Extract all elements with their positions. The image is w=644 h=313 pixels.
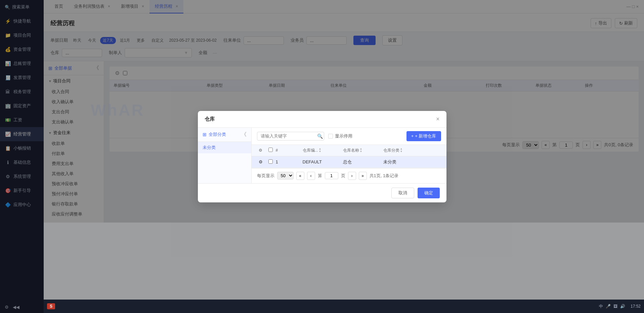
row-code: DEFAULT [303, 159, 343, 164]
modal-category-unclassified[interactable]: 未分类 [198, 142, 251, 153]
taskbar-apps: S [47, 303, 55, 309]
modal-search-icon: 🔍 [317, 133, 323, 139]
category-sort-icon[interactable]: ▲▼ [400, 148, 403, 153]
row-name: 总仓 [343, 159, 383, 165]
modal-search-input[interactable] [261, 133, 317, 139]
modal-first-page-button[interactable]: « [296, 172, 304, 180]
modal-total-records: 共1页, 1条记录 [370, 173, 399, 179]
modal-last-page-button[interactable]: » [359, 172, 367, 180]
col-number-header: # [276, 148, 303, 153]
taskbar-volume-icon: 🔊 [620, 304, 625, 309]
code-sort-icon[interactable]: ▲▼ [319, 148, 321, 153]
confirm-button[interactable]: 确定 [418, 188, 440, 198]
row-category: 未分类 [383, 159, 442, 165]
col-settings-header[interactable]: ⚙ [256, 148, 266, 153]
modal-page-size-select[interactable]: 50 [277, 172, 294, 180]
modal-prev-page-button[interactable]: ‹ [307, 172, 315, 180]
settings-col-icon: ⚙ [259, 148, 262, 153]
modal-left-header: ⊞ 全部分类 《 [198, 128, 251, 142]
modal-table-row[interactable]: ⚙ 1 DEFAULT 总仓 未分类 [252, 156, 446, 168]
plus-icon: + [411, 133, 414, 139]
col-name-header: 仓库名称 ▲▼ [343, 148, 383, 153]
modal-toolbar: 🔍 显示停用 + + 新增仓库 [252, 128, 446, 145]
modal-right-panel: 🔍 显示停用 + + 新增仓库 [252, 128, 446, 183]
modal-title: 仓库 [205, 116, 215, 122]
taskbar-s-icon: S [47, 303, 55, 309]
modal-page-input[interactable] [325, 172, 338, 179]
modal-left-panel: ⊞ 全部分类 《 未分类 [198, 128, 252, 183]
show-disabled-label: 显示停用 [335, 133, 352, 139]
modal-action-buttons: 取消 确定 [198, 183, 446, 202]
modal-left-toggle-button[interactable]: 《 [241, 131, 247, 138]
modal-header: 仓库 × [198, 111, 446, 128]
modal-next-page-button[interactable]: › [348, 172, 356, 180]
add-warehouse-button[interactable]: + + 新增仓库 [406, 131, 441, 141]
row-settings-icon: ⚙ [259, 159, 263, 164]
col-category-header: 仓库分类 ▲▼ [383, 148, 442, 153]
pagination-info: 每页显示 50 « ‹ 算 页 › » [257, 172, 399, 180]
taskbar-display-icon: 🖼 [613, 304, 617, 309]
show-disabled-group[interactable]: 显示停用 [328, 133, 352, 139]
modal-search-box: 🔍 [257, 132, 324, 141]
row-number: 1 [276, 159, 303, 164]
taskbar-right: 中 🎤 🖼 🔊 17:52 [599, 304, 641, 309]
row-settings[interactable]: ⚙ [256, 159, 266, 164]
all-category-label[interactable]: 全部分类 [209, 131, 226, 138]
modal-table-header: ⚙ # 仓库编... ▲▼ [252, 145, 446, 156]
page-size-label: 每页显示 [257, 173, 274, 179]
row-checkbox[interactable] [268, 159, 273, 164]
grid-icon: ⊞ [203, 132, 207, 137]
show-disabled-checkbox[interactable] [328, 134, 333, 139]
page-suffix: 页 [341, 173, 345, 179]
col-check-header[interactable] [266, 148, 276, 153]
col-code-header: 仓库编... ▲▼ [303, 148, 343, 153]
taskbar-lang-icon: 中 [599, 304, 603, 309]
main-wrapper: 首页 业务利润预估表 × 新增项目 × 经营历程 × — □ × [44, 0, 644, 313]
name-sort-icon[interactable]: ▲▼ [360, 148, 362, 153]
modal-body: ⊞ 全部分类 《 未分类 [198, 128, 446, 183]
modal-table: ⚙ # 仓库编... ▲▼ [252, 145, 446, 168]
cancel-button[interactable]: 取消 [391, 188, 414, 198]
taskbar-mic-icon: 🎤 [606, 304, 611, 309]
modal-overlay: 仓库 × ⊞ 全部分类 《 未分类 [44, 0, 644, 313]
page-label: 算 [318, 173, 322, 179]
taskbar-time: 17:52 [631, 304, 641, 309]
modal-pagination: 每页显示 50 « ‹ 算 页 › » [252, 168, 446, 183]
warehouse-modal: 仓库 × ⊞ 全部分类 《 未分类 [198, 111, 446, 202]
select-all-modal-checkbox[interactable] [268, 148, 273, 152]
modal-close-button[interactable]: × [436, 116, 440, 123]
row-check[interactable] [266, 159, 276, 165]
taskbar: S 中 🎤 🖼 🔊 17:52 [44, 300, 644, 313]
